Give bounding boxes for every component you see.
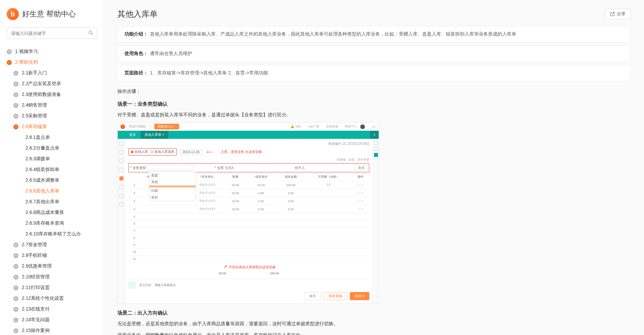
nav-docs[interactable]: −2.帮助文档 <box>7 57 97 68</box>
arrow-icon: ↗ <box>223 264 227 269</box>
annot-note1: 入库、退货业务 在这里切换 <box>221 150 262 154</box>
scene2-p2: 退库业务中，明细数量均以负值红色展示。无论是入库还是退库，库存账均记在入库方向。 <box>117 331 631 335</box>
lb-icon <box>119 168 123 172</box>
tool-shortcut: 快捷键 <box>337 158 346 162</box>
mini-tab-home: 首页 <box>125 131 140 139</box>
avatar <box>360 124 365 129</box>
lb-icon <box>119 142 123 146</box>
rb-icon-active <box>374 153 378 157</box>
nav-2-3[interactable]: +2.3使用前数据准备 <box>7 89 97 100</box>
mini-user: CC <box>372 125 376 128</box>
nav-2-6-4[interactable]: 2.6.4组装拆卸单 <box>7 164 97 175</box>
tool-history: 历史单据 <box>357 158 369 162</box>
btn-discard: 放弃 <box>304 292 321 300</box>
annot-biztype-box: * 业务类型 * 仓库 仓库A 经手人 查询 盘盈 其他 纠错 <box>128 163 369 172</box>
remark-input <box>155 283 369 287</box>
lb-icon <box>119 203 123 207</box>
content: 其他入库单 分享 功能介绍：其他入库单用来处理除采购入库、产成品入库之外的其他入… <box>104 0 644 335</box>
nav-2-6-6[interactable]: 2.6.6其他入库单 <box>7 186 97 197</box>
mini-account: TEST-H002 <box>128 125 146 128</box>
screenshot-figure: TEST-H002 ▾ 我要做什么？ 🔔 消息 App下载 在线客服 帮助中心 … <box>117 122 379 304</box>
arrow-icon: ⟵ <box>207 149 213 155</box>
mini-msg: 🔔 消息 <box>290 124 301 129</box>
nav-2-6-10[interactable]: 2.6.10库存账本错了怎么办 <box>7 229 97 239</box>
annot-note2: 不同业务的入库类型在这里切换 <box>229 265 276 269</box>
search-wrap <box>7 27 97 39</box>
nav-2-6-8[interactable]: 2.6.8商品成本重算 <box>7 207 97 218</box>
remark-label: 备注信息 <box>139 283 151 287</box>
logo-icon: b <box>7 8 19 20</box>
nav-2-10[interactable]: +2.10经营管理 <box>7 272 97 282</box>
svg-line-1 <box>92 34 93 35</box>
rb-icon <box>374 141 378 145</box>
lb-icon <box>119 185 123 189</box>
nav-2-9[interactable]: +2.9优惠券管理 <box>7 261 97 272</box>
nav-2-7[interactable]: +2.7资金管理 <box>7 239 97 250</box>
mini-logo-icon <box>120 124 125 129</box>
lb-icon-active <box>119 176 123 180</box>
role-box: 使用角色：通常由仓管人员维护 <box>117 46 631 62</box>
mini-app: App下载 <box>308 124 319 129</box>
scene2-title: 场景二：出入方向确认 <box>117 310 631 316</box>
svg-point-0 <box>89 31 92 34</box>
nav-2-6-5[interactable]: 2.6.5成本调整单 <box>7 175 97 186</box>
nav-video[interactable]: +1.视频学习 <box>7 46 97 57</box>
intro-box: 功能介绍：其他入库单用来处理除采购入库、产成品入库之外的其他入库业务，因此其他入… <box>117 26 631 42</box>
scene1-title: 场景一：业务类型确认 <box>117 101 631 107</box>
remark-icon <box>128 281 136 289</box>
nav-2-6-7[interactable]: 2.6.7其他出库单 <box>7 197 97 207</box>
mini-tab-close-icon: × <box>370 131 379 139</box>
doc-number: 单据编号 JC-20191226-001 <box>328 142 369 146</box>
lb-icon <box>119 194 123 198</box>
path-box: 页面路径：1、库存核算->库存管理->其他入库单 2、首页->常用功能 <box>117 65 631 81</box>
share-icon <box>610 12 615 16</box>
mini-help: 帮助中心 <box>345 124 357 129</box>
nav-2-12[interactable]: +2.12系统个性化设置 <box>7 293 97 304</box>
biztype-select <box>147 165 194 171</box>
lb-icon <box>119 150 123 154</box>
nav-2-15[interactable]: +2.15操作案例 <box>7 325 97 335</box>
sidebar: b 好生意 帮助中心 +1.视频学习 −2.帮助文档 +2.1新手入门 +2.2… <box>0 0 104 335</box>
logo-area[interactable]: b 好生意 帮助中心 <box>7 8 97 20</box>
total-amt: 100.00 <box>270 272 279 275</box>
nav-tree: +1.视频学习 −2.帮助文档 +2.1新手入门 +2.2产品安装及登录 +2.… <box>7 46 97 335</box>
scene1-text: 对于受赠、盘盈或是拆装入库等不同的业务，是通过单据头【业务类型】进行区分。 <box>117 111 631 119</box>
steps-label: 操作步骤： <box>117 87 631 96</box>
nav-2-14[interactable]: +2.14常见问题 <box>7 315 97 325</box>
btn-save-draft: 保存草稿 <box>324 292 347 300</box>
page-title: 其他入库单 <box>117 9 158 19</box>
brand-text: 好生意 帮助中心 <box>22 9 76 19</box>
query-btn: 查询 <box>355 165 368 171</box>
nav-2-1[interactable]: +2.1新手入门 <box>7 68 97 78</box>
article-body: 操作步骤： 场景一：业务类型确认 对于受赠、盘盈或是拆装入库等不同的业务，是通过… <box>117 87 631 335</box>
nav-2-6-2[interactable]: 2.6.2分量盘点单 <box>7 143 97 154</box>
lb-icon <box>119 159 123 163</box>
nav-2-8[interactable]: +2.8手机旺铺 <box>7 250 97 261</box>
annot-type-switch: 其他入库 其他入库退库 <box>128 148 177 156</box>
rb-icon <box>374 147 378 151</box>
nav-2-6-1[interactable]: 2.6.1盘点单 <box>7 132 97 143</box>
search-icon[interactable] <box>88 30 94 37</box>
nav-2-13[interactable]: +2.13在线支付 <box>7 304 97 315</box>
nav-2-11[interactable]: +2.11打印设置 <box>7 282 97 293</box>
btn-save: 保存 ▾ <box>350 292 369 300</box>
mini-cs: 在线客服 <box>326 124 338 129</box>
total-qty: 40.00 <box>219 272 226 275</box>
nav-2-2[interactable]: +2.2产品安装及登录 <box>7 78 97 89</box>
nav-2-6-3[interactable]: 2.6.3调拨单 <box>7 154 97 164</box>
nav-2-5[interactable]: +2.5采购管理 <box>7 111 97 121</box>
share-button[interactable]: 分享 <box>605 9 631 19</box>
tool-settings: 设置 <box>348 158 355 162</box>
biztype-dropdown: 盘盈 其他 纠错 折补 <box>149 172 196 201</box>
nav-2-6[interactable]: −2.6库存核算 <box>7 121 97 132</box>
mini-tab-doc: 其他入库单 × <box>141 131 168 139</box>
mini-cta: 我要做什么？ <box>154 124 179 129</box>
date-field: 2019-12-26 <box>180 149 202 155</box>
nav-2-6-9[interactable]: 2.6.9库存账本查询 <box>7 218 97 229</box>
search-input[interactable] <box>7 27 97 39</box>
nav-2-4[interactable]: +2.4销售管理 <box>7 100 97 111</box>
scene2-p1: 无论是受赠，还是其他类型的业务，由于入库商品质量等原因，需要退回，这时可通过单据… <box>117 320 631 328</box>
